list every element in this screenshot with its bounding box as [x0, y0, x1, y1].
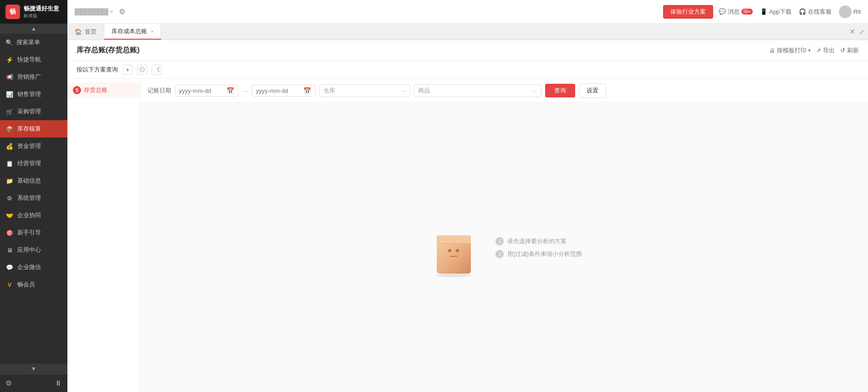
goods-more-icon[interactable]: ···: [532, 87, 537, 94]
collapse-icon[interactable]: ⏸: [55, 379, 62, 387]
export-icon: ↗: [816, 47, 821, 54]
data-area: 1 请先选择要分析的方案 2 用[过滤]条件来缩小分析范围: [140, 103, 868, 392]
empty-state: 1 请先选择要分析的方案 2 用[过滤]条件来缩小分析范围: [426, 218, 582, 277]
date-end-field[interactable]: [256, 87, 301, 94]
sidebar-item-system[interactable]: ⚙ 系统管理: [0, 189, 67, 207]
breadcrumb-chevron: ▾: [110, 8, 113, 15]
finance-icon: 💰: [5, 142, 14, 150]
scheme-item-label: 存货总账: [84, 86, 107, 94]
sidebar-bottom: ⚙ ⏸: [0, 374, 67, 392]
panel-close-btn[interactable]: ✕: [849, 27, 855, 36]
user-avatar: [839, 5, 852, 18]
sidebar-item-member[interactable]: V 畅会员: [0, 276, 67, 293]
print-icon: 🖨: [769, 47, 775, 54]
sidebar-nav: 🔍 搜索菜单 ⚡ 快捷导航 📢 营销推广 📊 销售管理 🛒 采购管理 📦 库存核…: [0, 34, 67, 364]
online-support-label: 在线客服: [808, 8, 832, 16]
sidebar-scroll-up[interactable]: ▲: [0, 24, 67, 34]
message-icon: 💬: [719, 8, 726, 15]
phone-icon: 📱: [760, 8, 767, 15]
home-icon: 🏠: [75, 28, 82, 35]
sidebar-item-inventory[interactable]: 📦 库存核算: [0, 120, 67, 137]
sidebar-search[interactable]: 🔍 搜索菜单: [0, 34, 67, 51]
date-end-input[interactable]: 📅: [252, 85, 316, 97]
industry-btn[interactable]: 体验行业方案: [663, 5, 713, 19]
filter-settings-btn[interactable]: [137, 65, 147, 75]
member-icon: V: [5, 280, 14, 289]
hint-item-2: 2 用[过滤]条件来缩小分析范围: [495, 250, 582, 258]
condition-row: 记账日期 📅 — 📅 仓库 ··· 商品: [140, 79, 868, 103]
sidebar-item-newbie[interactable]: 🎯 新手引导: [0, 224, 67, 241]
online-support-btn[interactable]: 🎧 在线客服: [799, 8, 832, 16]
marketing-icon: 📢: [5, 73, 14, 81]
hint-text-1: 请先选择要分析的方案: [507, 237, 567, 245]
headset-icon: 🎧: [799, 8, 806, 15]
hint-num-1: 1: [495, 237, 504, 245]
print-chevron: ▾: [808, 48, 811, 53]
wechat-icon: 💬: [5, 263, 14, 271]
empty-illustration: [426, 218, 481, 277]
query-btn[interactable]: 查询: [545, 84, 575, 97]
appstore-icon: 🖥: [5, 246, 14, 254]
basic-icon: 📁: [5, 177, 14, 185]
sidebar-item-sales[interactable]: 📊 销售管理: [0, 86, 67, 103]
message-label: 消息: [728, 8, 740, 16]
warehouse-more-icon[interactable]: ···: [401, 87, 406, 94]
panel-expand-btn[interactable]: ⤢: [859, 28, 864, 36]
filter-collapse-btn[interactable]: 《: [152, 65, 162, 75]
sidebar-item-label: 快捷导航: [17, 56, 41, 64]
sidebar-item-collab[interactable]: 🤝 企业协同: [0, 207, 67, 224]
scheme-item-inventory[interactable]: S 存货总账: [67, 82, 140, 98]
tab-inventory-ledger[interactable]: 库存成本总账 ×: [104, 24, 161, 40]
page-header: 库存总账(存货总账) 🖨 按模板打印 ▾ ↗ 导出 ↺ 刷新: [67, 40, 868, 61]
tab-close-btn[interactable]: ×: [151, 29, 153, 34]
filter-label: 按以下方案查询: [77, 66, 118, 74]
sidebar: 畅 畅捷通好生意 标准版 ▲ 🔍 搜索菜单 ⚡ 快捷导航 📢 营销推广 📊 销售…: [0, 0, 67, 392]
right-panel: 记账日期 📅 — 📅 仓库 ··· 商品: [140, 79, 868, 392]
tab-active-label: 库存成本总账: [112, 27, 147, 36]
sidebar-item-basic[interactable]: 📁 基础信息: [0, 172, 67, 189]
sidebar-item-operations[interactable]: 📋 经营管理: [0, 155, 67, 172]
print-btn[interactable]: 🖨 按模板打印 ▾: [769, 46, 811, 55]
hint-item-1: 1 请先选择要分析的方案: [495, 237, 582, 245]
breadcrumb: ████████ ▾: [75, 8, 113, 15]
tab-home-label: 首页: [85, 28, 97, 36]
tabbar-right-actions: ✕ ⤢: [849, 24, 868, 40]
sidebar-scroll-down[interactable]: ▼: [0, 364, 67, 374]
filter-add-btn[interactable]: +: [123, 65, 133, 75]
sidebar-item-wechat[interactable]: 💬 企业微信: [0, 259, 67, 276]
date-start-input[interactable]: 📅: [175, 85, 239, 97]
sidebar-item-quick-nav[interactable]: ⚡ 快捷导航: [0, 51, 67, 68]
app-download-btn[interactable]: 📱 App下载: [760, 8, 791, 16]
calendar-end-icon[interactable]: 📅: [303, 87, 311, 94]
goods-select[interactable]: 商品 ···: [414, 84, 541, 97]
sidebar-item-marketing[interactable]: 📢 营销推广: [0, 68, 67, 86]
date-start-field[interactable]: [179, 87, 225, 94]
page-title: 库存总账(存货总账): [77, 46, 140, 55]
box-face: [448, 249, 459, 257]
breadcrumb-user: ████████: [75, 8, 108, 15]
mouth: [450, 256, 457, 257]
user-name: Rit: [853, 8, 861, 15]
purchase-icon: 🛒: [5, 107, 14, 116]
message-btn[interactable]: 💬 消息 99+: [719, 8, 753, 16]
tab-home[interactable]: 🏠 首页: [67, 24, 104, 40]
warehouse-select[interactable]: 仓库 ···: [319, 84, 410, 97]
user-avatar-area[interactable]: Rit: [839, 5, 861, 18]
export-btn[interactable]: ↗ 导出: [816, 46, 835, 55]
page-header-actions: 🖨 按模板打印 ▾ ↗ 导出 ↺ 刷新: [769, 46, 859, 55]
sidebar-search-label: 搜索菜单: [16, 38, 40, 46]
refresh-btn[interactable]: ↺ 刷新: [840, 46, 859, 55]
warehouse-label: 仓库: [323, 87, 335, 95]
settings-icon[interactable]: ⚙: [5, 379, 12, 387]
calendar-start-icon[interactable]: 📅: [226, 87, 234, 94]
sidebar-item-appstore[interactable]: 🖥 应用中心: [0, 241, 67, 259]
scheme-panel: S 存货总账: [67, 79, 140, 392]
topbar-gear-icon[interactable]: ⚙: [119, 7, 125, 16]
scheme-item-icon: S: [73, 86, 81, 94]
sidebar-item-finance[interactable]: 💰 资金管理: [0, 137, 67, 155]
sidebar-item-purchase[interactable]: 🛒 采购管理: [0, 103, 67, 120]
quick-nav-icon: ⚡: [5, 56, 14, 64]
settings-btn[interactable]: 设置: [579, 83, 606, 98]
empty-hints: 1 请先选择要分析的方案 2 用[过滤]条件来缩小分析范围: [495, 237, 582, 258]
newbie-icon: 🎯: [5, 229, 14, 237]
